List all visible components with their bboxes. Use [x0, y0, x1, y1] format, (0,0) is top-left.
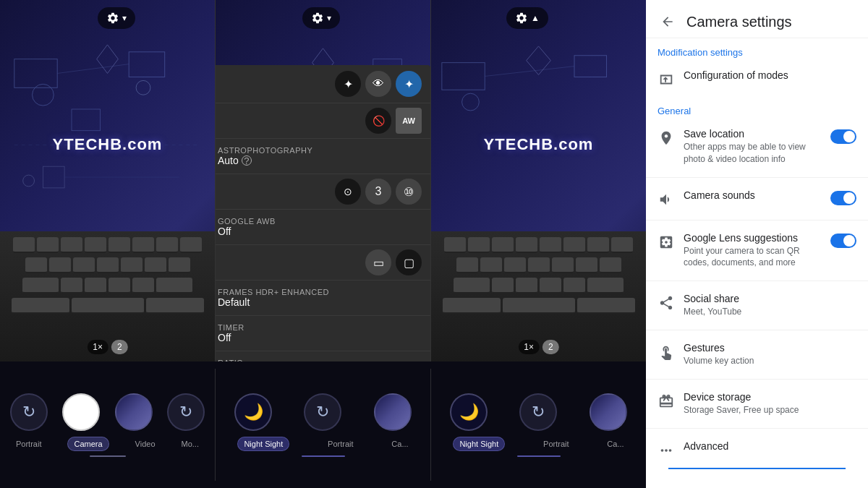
mode-label-portrait-1: Portrait	[16, 440, 41, 448]
svg-rect-1	[129, 52, 165, 77]
general-label: General	[646, 97, 868, 119]
underline-3	[517, 455, 561, 457]
mode-icon-video-1[interactable]	[115, 393, 153, 431]
save-location-title: Save location	[684, 128, 822, 140]
camera-sounds-content: Camera sounds	[684, 189, 822, 201]
mode-label-more-1: Mo...	[182, 440, 199, 448]
save-location-subtitle: Other apps may be able to view photo & v…	[684, 141, 822, 166]
svg-point-8	[23, 175, 35, 187]
mode-label-night-3[interactable]: Night Sight	[453, 437, 505, 451]
ratio-icon-2[interactable]: ▢	[396, 249, 422, 275]
bottom-mode-bar: ↻ ↻ Portrait Camera Video	[0, 361, 646, 488]
device-storage-item[interactable]: Device storage Storage Saver, Free up sp…	[646, 382, 868, 425]
divider-storage	[646, 428, 868, 429]
google-lens-switch[interactable]	[830, 234, 856, 248]
gestures-subtitle: Volume key action	[684, 355, 856, 367]
social-share-item[interactable]: Social share Meet, YouTube	[646, 284, 868, 327]
advanced-item[interactable]: Advanced	[646, 432, 868, 468]
ytechb-label-3: YTECHB.com	[484, 135, 594, 154]
svg-rect-17	[442, 63, 485, 90]
ratio-icon-1[interactable]: ▭	[365, 249, 391, 275]
save-location-switch[interactable]	[830, 129, 856, 144]
mode-icon-camera-3[interactable]	[590, 393, 627, 431]
social-share-content: Social share Meet, YouTube	[684, 293, 856, 318]
mode-icon-portrait-3[interactable]: ↻	[519, 393, 557, 431]
modes-section-1: ↻ ↻ Portrait Camera Video	[0, 361, 215, 488]
mode-icon-portrait-2[interactable]: ↻	[304, 393, 341, 431]
divider-lens	[646, 281, 868, 281]
save-location-item[interactable]: Save location Other apps may be able to …	[646, 119, 868, 174]
advanced-icon	[658, 442, 675, 459]
astro-row-frames: Frames HDR+ Enhanced Default	[216, 281, 430, 316]
settings-title: Camera settings	[686, 14, 792, 30]
gestures-title: Gestures	[684, 342, 856, 354]
location-icon	[658, 129, 675, 147]
settings-header: Camera settings	[646, 0, 868, 38]
zoom-1: 1× 2	[87, 340, 127, 354]
mode-icon-camera-2[interactable]	[374, 393, 412, 431]
save-location-content: Save location Other apps may be able to …	[684, 128, 822, 166]
svg-point-20	[462, 93, 480, 111]
divider-gestures	[646, 379, 868, 380]
astro-popup: ✦ 👁 ✦ 🚫 AW Astrophotography Auto ?	[216, 65, 430, 361]
advanced-underline	[668, 468, 846, 469]
mode-icons-1: ↻ ↻	[3, 393, 212, 431]
mode-icon-sync-1[interactable]: ↻	[10, 393, 48, 431]
astro-icon-sparkle[interactable]: ✦	[396, 71, 422, 97]
google-lens-toggle[interactable]	[830, 234, 856, 248]
mode-label-camera-3: Ca...	[607, 440, 624, 448]
top-controls: ▾ ▾ ▲	[0, 7, 646, 29]
mode-label-camera-1[interactable]: Camera	[67, 437, 109, 451]
frames-label: Frames HDR+ Enhanced	[218, 288, 419, 296]
save-location-toggle[interactable]	[830, 129, 856, 144]
timer-icon-circle[interactable]: ⊙	[335, 179, 361, 205]
mode-icon-more-1[interactable]: ↻	[167, 393, 205, 431]
settings-panel: Camera settings Modification settings Co…	[646, 0, 868, 488]
camera-sounds-switch[interactable]	[830, 191, 856, 205]
timer-10-icon[interactable]: ⑩	[396, 179, 422, 205]
chevron-2: ▾	[327, 13, 331, 23]
camera-panel-3: YTECHB.com 1×	[431, 0, 646, 361]
zoom-2: 2	[111, 340, 128, 354]
settings-pill-2[interactable]: ▾	[302, 7, 340, 29]
astro-awb-label[interactable]: AW	[396, 108, 422, 134]
settings-pill-3[interactable]: ▲	[506, 7, 548, 29]
astro-icon-camera-off[interactable]: 🚫	[365, 108, 391, 134]
configuration-icon	[658, 71, 675, 88]
settings-pill-1[interactable]: ▾	[98, 7, 135, 29]
zoom-3-2: 2	[542, 340, 559, 354]
camera-sounds-toggle[interactable]	[830, 191, 856, 205]
lens-icon	[658, 234, 675, 251]
astro-icon-eye[interactable]: 👁	[365, 71, 391, 97]
underline-1	[90, 455, 126, 457]
storage-icon	[658, 393, 675, 410]
mode-icon-night-3[interactable]: 🌙	[450, 393, 488, 431]
mode-icons-2: 🌙 ↻	[218, 393, 427, 431]
mode-labels-1: Portrait Camera Video Mo...	[3, 437, 212, 451]
zoom-1x: 1×	[87, 340, 109, 354]
mode-icon-night-2[interactable]: 🌙	[234, 393, 272, 431]
astro-label-title: Astrophotography	[218, 146, 419, 155]
device-storage-subtitle: Storage Saver, Free up space	[684, 404, 856, 416]
timer-3-icon[interactable]: 3	[365, 179, 391, 205]
astro-icon-star[interactable]: ✦	[335, 71, 361, 97]
google-lens-title: Google Lens suggestions	[684, 232, 822, 244]
gestures-item[interactable]: Gestures Volume key action	[646, 333, 868, 376]
ytechb-label-1: YTECHB.com	[53, 135, 163, 154]
social-share-title: Social share	[684, 293, 856, 304]
camera-section: ▾ ▾ ▲	[0, 0, 646, 488]
awb-value: Off	[218, 226, 419, 237]
modes-section-3: 🌙 ↻ Night Sight Portrait Ca...	[431, 361, 646, 488]
mode-icon-camera-1[interactable]	[62, 393, 100, 431]
configuration-content: Configuration of modes	[684, 69, 856, 81]
back-button[interactable]	[658, 12, 678, 32]
google-lens-subtitle: Point your camera to scan QR codes, docu…	[684, 245, 822, 270]
mode-label-portrait-2: Portrait	[328, 440, 353, 448]
mode-label-night-2[interactable]: Night Sight	[237, 437, 289, 451]
configuration-item[interactable]: Configuration of modes	[646, 61, 868, 97]
google-lens-item[interactable]: Google Lens suggestions Point your camer…	[646, 223, 868, 278]
camera-panel-1: YTECHB.com	[0, 0, 216, 361]
camera-sounds-item[interactable]: Camera sounds	[646, 181, 868, 217]
svg-line-19	[485, 67, 574, 77]
frames-value: Default	[218, 296, 419, 308]
